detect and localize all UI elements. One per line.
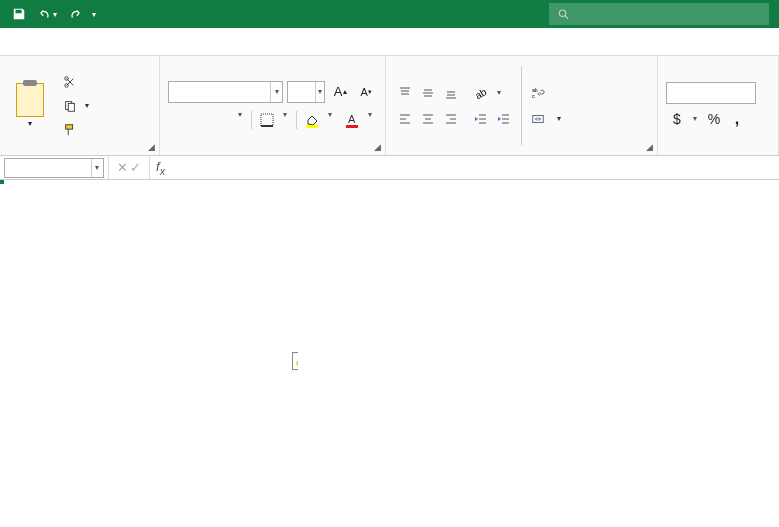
save-button[interactable] bbox=[8, 3, 30, 25]
font-size-combo[interactable]: ▾ bbox=[287, 81, 325, 103]
worksheet-area[interactable] bbox=[0, 180, 779, 527]
fill-color-icon[interactable] bbox=[301, 109, 323, 131]
chevron-down-icon[interactable]: ▾ bbox=[270, 82, 282, 102]
alignment-dialog-launcher[interactable]: ◢ bbox=[643, 141, 655, 153]
formula-bar: ▾ ✕ ✓ fx bbox=[0, 156, 779, 180]
group-alignment: ab▾ abc ▾ ◢ bbox=[386, 56, 658, 155]
svg-point-0 bbox=[559, 10, 565, 16]
ribbon: ▾ ▾ ◢ ▾ ▾ A▴ A▾ ▾ ▾ bbox=[0, 56, 779, 156]
font-size-input[interactable] bbox=[288, 85, 314, 99]
chevron-down-icon[interactable]: ▾ bbox=[278, 109, 292, 120]
chevron-down-icon[interactable]: ▾ bbox=[233, 109, 247, 120]
search-input[interactable] bbox=[576, 7, 761, 21]
group-label-font bbox=[168, 151, 377, 153]
pie-chart bbox=[398, 196, 628, 406]
borders-icon[interactable] bbox=[256, 109, 278, 131]
align-left-icon[interactable] bbox=[394, 108, 416, 130]
accounting-format-icon[interactable]: $ bbox=[666, 108, 688, 130]
comma-format-icon[interactable]: , bbox=[726, 108, 748, 130]
cancel-formula-icon[interactable]: ✕ bbox=[117, 160, 128, 175]
increase-indent-icon[interactable] bbox=[493, 108, 515, 130]
redo-button[interactable] bbox=[64, 3, 86, 25]
search-box[interactable] bbox=[549, 3, 769, 25]
number-format-input[interactable] bbox=[667, 86, 755, 100]
bold-button[interactable] bbox=[168, 109, 186, 131]
ribbon-tabs bbox=[0, 28, 779, 56]
titlebar: ▾ ▾ bbox=[0, 0, 779, 28]
group-font: ▾ ▾ A▴ A▾ ▾ ▾ ▾ A▾ ◢ bbox=[160, 56, 386, 155]
decrease-font-icon[interactable]: A▾ bbox=[355, 81, 377, 103]
chart-title bbox=[298, 186, 728, 196]
merge-center-button[interactable]: ▾ bbox=[528, 108, 564, 130]
name-box[interactable]: ▾ bbox=[4, 158, 104, 178]
increase-font-icon[interactable]: A▴ bbox=[329, 81, 351, 103]
chevron-down-icon[interactable]: ▾ bbox=[323, 109, 337, 120]
decrease-indent-icon[interactable] bbox=[470, 108, 492, 130]
svg-text:c: c bbox=[532, 93, 535, 99]
group-clipboard: ▾ ▾ ◢ bbox=[0, 56, 160, 155]
paste-icon[interactable] bbox=[16, 83, 44, 117]
svg-rect-11 bbox=[346, 125, 358, 128]
font-dialog-launcher[interactable]: ◢ bbox=[371, 141, 383, 153]
chevron-down-icon[interactable]: ▾ bbox=[688, 108, 702, 130]
italic-button[interactable] bbox=[190, 109, 208, 131]
cut-button[interactable] bbox=[60, 71, 92, 93]
format-painter-button[interactable] bbox=[60, 119, 92, 141]
svg-text:ab: ab bbox=[532, 87, 538, 93]
search-icon bbox=[557, 7, 570, 21]
embedded-chart[interactable] bbox=[298, 186, 728, 486]
chevron-down-icon[interactable]: ▾ bbox=[91, 159, 103, 177]
font-name-input[interactable] bbox=[169, 85, 270, 99]
chevron-down-icon[interactable]: ▾ bbox=[492, 82, 506, 104]
align-center-icon[interactable] bbox=[417, 108, 439, 130]
chevron-down-icon[interactable]: ▾ bbox=[363, 109, 377, 120]
group-label-number bbox=[666, 151, 770, 153]
wrap-text-button[interactable]: abc bbox=[528, 82, 564, 104]
accept-formula-icon[interactable]: ✓ bbox=[130, 160, 141, 175]
svg-rect-5 bbox=[68, 103, 74, 111]
group-label-clipboard bbox=[8, 151, 151, 153]
svg-rect-9 bbox=[306, 125, 318, 128]
svg-line-1 bbox=[565, 16, 568, 19]
group-label-alignment bbox=[394, 151, 649, 153]
name-box-input[interactable] bbox=[5, 159, 91, 177]
number-format-combo[interactable] bbox=[666, 82, 756, 104]
formula-input[interactable] bbox=[171, 160, 779, 175]
underline-button[interactable] bbox=[211, 109, 233, 131]
undo-button[interactable]: ▾ bbox=[36, 3, 58, 25]
svg-rect-6 bbox=[66, 124, 73, 128]
orientation-icon[interactable]: ab bbox=[470, 82, 492, 104]
font-name-combo[interactable]: ▾ bbox=[168, 81, 283, 103]
align-middle-icon[interactable] bbox=[417, 82, 439, 104]
copy-button[interactable]: ▾ bbox=[60, 95, 92, 117]
selection-marquee bbox=[0, 180, 4, 184]
clipboard-dialog-launcher[interactable]: ◢ bbox=[145, 141, 157, 153]
align-bottom-icon[interactable] bbox=[440, 82, 462, 104]
group-number: $▾ % , bbox=[658, 56, 779, 155]
qat-customize-icon[interactable]: ▾ bbox=[92, 10, 96, 19]
align-right-icon[interactable] bbox=[440, 108, 462, 130]
svg-text:A: A bbox=[348, 113, 356, 125]
align-top-icon[interactable] bbox=[394, 82, 416, 104]
paste-dropdown-icon[interactable]: ▾ bbox=[28, 119, 32, 128]
svg-text:ab: ab bbox=[473, 85, 489, 100]
svg-rect-7 bbox=[261, 114, 273, 126]
chevron-down-icon[interactable]: ▾ bbox=[315, 82, 325, 102]
font-color-icon[interactable]: A bbox=[341, 109, 363, 131]
percent-format-icon[interactable]: % bbox=[703, 108, 725, 130]
fx-icon[interactable]: fx bbox=[150, 159, 171, 177]
